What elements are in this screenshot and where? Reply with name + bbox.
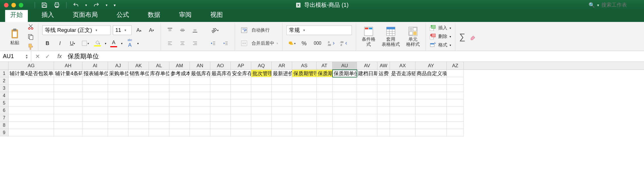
cell-AS7[interactable] — [292, 114, 317, 122]
cell-AK2[interactable] — [128, 77, 149, 85]
cell-AP5[interactable] — [231, 99, 251, 107]
increase-font-icon[interactable]: A▴ — [134, 25, 144, 35]
name-box[interactable]: AU1 ▲▼ — [0, 51, 31, 62]
align-center-icon[interactable] — [177, 38, 188, 48]
decrease-indent-icon[interactable] — [208, 38, 218, 48]
tab-数据[interactable]: 数据 — [143, 8, 165, 22]
cell-AQ1[interactable]: 批次管理 — [251, 70, 272, 77]
row-header-9[interactable]: 9 — [0, 129, 9, 136]
cell-AW2[interactable] — [377, 77, 390, 85]
cell-AM8[interactable] — [169, 122, 190, 129]
cell-AU5[interactable] — [333, 99, 357, 107]
column-header-AI[interactable]: AI — [82, 62, 108, 69]
merge-center-icon[interactable] — [239, 38, 249, 48]
autosum-icon[interactable]: ∑ — [459, 32, 465, 42]
tab-页面布局[interactable]: 页面布局 — [68, 8, 103, 22]
cell-AZ6[interactable] — [447, 107, 464, 114]
spreadsheet-grid[interactable]: AGAHAIAJAKALAMANAOAPAQARASATAUAVAWAXAYAZ… — [0, 62, 644, 136]
qat-customize-icon[interactable]: ▾ — [114, 3, 116, 7]
cell-AO6[interactable] — [210, 107, 231, 114]
align-middle-icon[interactable] — [177, 25, 188, 35]
cell-AW6[interactable] — [377, 107, 390, 114]
insert-dropdown-icon[interactable]: ▾ — [450, 26, 451, 30]
maximize-window-icon[interactable] — [19, 3, 23, 7]
column-header-AQ[interactable]: AQ — [251, 62, 272, 69]
cell-AP7[interactable] — [231, 114, 251, 122]
cell-AR7[interactable] — [272, 114, 292, 122]
cell-AH8[interactable] — [54, 122, 82, 129]
cut-icon[interactable] — [27, 24, 34, 30]
cell-AL6[interactable] — [149, 107, 169, 114]
cell-AH2[interactable] — [54, 77, 82, 85]
orientation-button[interactable]: ab▾ — [210, 25, 220, 35]
cell-AZ5[interactable] — [447, 99, 464, 107]
print-icon[interactable] — [54, 2, 60, 8]
cell-AY3[interactable] — [416, 85, 447, 92]
cell-AV1[interactable]: 建档日期 — [357, 70, 377, 77]
tab-公式[interactable]: 公式 — [111, 8, 134, 22]
row-header-4[interactable]: 4 — [0, 92, 9, 99]
cell-AJ3[interactable] — [108, 85, 128, 92]
cell-AN9[interactable] — [190, 129, 210, 136]
cell-AL2[interactable] — [149, 77, 169, 85]
cell-AY8[interactable] — [416, 122, 447, 129]
cell-AM1[interactable]: 参考成本 — [169, 70, 190, 77]
cell-AI6[interactable] — [82, 107, 108, 114]
cell-AN1[interactable]: 最低库存 — [190, 70, 210, 77]
font-color-dropdown[interactable]: ▾ — [121, 42, 122, 45]
cell-AS9[interactable] — [292, 129, 317, 136]
merge-dropdown-icon[interactable]: ▾ — [277, 42, 278, 45]
cell-AV2[interactable] — [357, 77, 377, 85]
cell-AR6[interactable] — [272, 107, 292, 114]
cell-AP4[interactable] — [231, 92, 251, 99]
row-header-8[interactable]: 8 — [0, 122, 9, 129]
increase-decimal-icon[interactable]: .0.00 — [326, 38, 336, 48]
column-header-AU[interactable]: AU — [333, 62, 357, 69]
cell-AS8[interactable] — [292, 122, 317, 129]
fill-color-dropdown[interactable]: ▾ — [105, 42, 106, 45]
column-header-AR[interactable]: AR — [272, 62, 292, 69]
cell-AP6[interactable] — [231, 107, 251, 114]
cell-AP1[interactable]: 安全库存 — [231, 70, 251, 77]
cell-AX7[interactable] — [390, 114, 416, 122]
cell-AJ7[interactable] — [108, 114, 128, 122]
cell-AM7[interactable] — [169, 114, 190, 122]
cell-AZ9[interactable] — [447, 129, 464, 136]
redo-icon[interactable] — [93, 2, 99, 8]
cell-AG8[interactable] — [9, 122, 54, 129]
cell-AR9[interactable] — [272, 129, 292, 136]
cell-AG1[interactable]: 辅计量4是否包装单位 — [9, 70, 54, 77]
search-bar[interactable]: 🔍 ▾ — [589, 2, 641, 8]
cell-AY7[interactable] — [416, 114, 447, 122]
cell-AQ6[interactable] — [251, 107, 272, 114]
cell-AK7[interactable] — [128, 114, 149, 122]
currency-icon[interactable]: ▾ — [286, 38, 297, 48]
cell-AQ7[interactable] — [251, 114, 272, 122]
cell-AK4[interactable] — [128, 92, 149, 99]
cell-AU2[interactable] — [333, 77, 357, 85]
phonetic-guide-button[interactable]: abcA — [125, 38, 135, 48]
cell-AN4[interactable] — [190, 92, 210, 99]
cell-AY4[interactable] — [416, 92, 447, 99]
cell-AQ8[interactable] — [251, 122, 272, 129]
cell-AV3[interactable] — [357, 85, 377, 92]
column-header-AM[interactable]: AM — [169, 62, 190, 69]
cell-AM9[interactable] — [169, 129, 190, 136]
cell-AZ4[interactable] — [447, 92, 464, 99]
cell-AG7[interactable] — [9, 114, 54, 122]
column-header-AV[interactable]: AV — [357, 62, 377, 69]
cell-AT5[interactable] — [317, 99, 333, 107]
cell-AN3[interactable] — [190, 85, 210, 92]
cell-AO8[interactable] — [210, 122, 231, 129]
cell-AN8[interactable] — [190, 122, 210, 129]
cell-AS2[interactable] — [292, 77, 317, 85]
cell-AG4[interactable] — [9, 92, 54, 99]
cell-AS6[interactable] — [292, 107, 317, 114]
cell-AI8[interactable] — [82, 122, 108, 129]
cell-AT9[interactable] — [317, 129, 333, 136]
column-header-AH[interactable]: AH — [54, 62, 82, 69]
cell-AU4[interactable] — [333, 92, 357, 99]
cell-AI4[interactable] — [82, 92, 108, 99]
cell-AK9[interactable] — [128, 129, 149, 136]
cell-AX3[interactable] — [390, 85, 416, 92]
